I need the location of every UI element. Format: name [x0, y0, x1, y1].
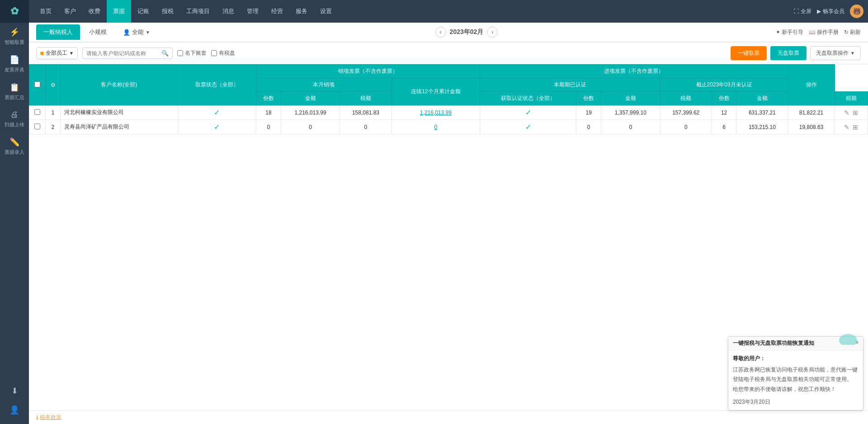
filter-buttons: 一键取票 无盘取票 无盘取票操作 ▼	[731, 46, 861, 60]
nav-management[interactable]: 管理	[241, 0, 265, 23]
sidebar-item-invoice-open[interactable]: 📄 发票开具	[0, 50, 29, 78]
fullscreen-label: 全屏	[801, 8, 811, 15]
app-logo: ✿	[0, 0, 29, 23]
th-consecutive-12: 连续12个月累计金额	[392, 78, 480, 105]
current-month: 2023年02月	[450, 28, 484, 36]
employee-select[interactable]: 全部员工 ▼	[36, 47, 78, 59]
has-tax-checkbox[interactable]: 有税盘	[211, 49, 235, 57]
sidebar-item-label: 发票开具	[5, 67, 24, 73]
check-circle-icon: ✓	[214, 123, 220, 131]
th-uncert-count: 份数	[712, 92, 736, 105]
notice-content: 江苏政务网已恢复访问电子税务局功能，意代账一键登陆电子税务局与无盘取票相关功能可…	[733, 365, 859, 395]
th-cert-tax: 税额	[660, 92, 712, 105]
row1-actions: ✎ ⊞	[835, 105, 868, 120]
view-icon[interactable]: ⊞	[853, 109, 858, 116]
has-tax-input[interactable]	[211, 50, 217, 56]
edit-icon[interactable]: ✎	[844, 124, 849, 131]
new-guide-label: 新手引导	[782, 29, 803, 36]
nav-tax[interactable]: 报税	[156, 0, 180, 23]
download-icon: ⬇	[11, 386, 18, 396]
row2-consecutive-link: 0	[434, 124, 438, 130]
nav-billing[interactable]: 收费	[82, 0, 107, 23]
th-this-month-sales: 本月销项	[256, 78, 392, 92]
row2-client[interactable]: 灵寿县尚泽矿产品有限公司	[61, 120, 178, 134]
notice-date: 2023年3月20日	[733, 397, 859, 406]
no-disk-fetch-button[interactable]: 无盘取票	[770, 46, 807, 60]
guide-icon: ✦	[776, 29, 780, 35]
next-month-button[interactable]: ›	[487, 27, 498, 38]
view-icon[interactable]: ⊞	[853, 124, 858, 131]
sidebar-item-invoice-summary[interactable]: 📋 票据汇总	[0, 78, 29, 105]
new-guide-btn[interactable]: ✦ 新手引导	[776, 29, 803, 36]
fullscreen-btn[interactable]: ⛶ 全屏	[793, 8, 811, 15]
th-sales-tax: 税额	[340, 92, 392, 105]
th-uncert-amount: 金额	[736, 92, 788, 105]
sidebar-item-scan-upload[interactable]: 🖨 扫描上传	[0, 105, 29, 133]
nav-operation[interactable]: 经营	[265, 0, 289, 23]
chevron-down-icon: ▼	[146, 30, 150, 35]
account-down-checkbox[interactable]: 名下账套	[177, 49, 207, 57]
manual-icon: 📖	[809, 29, 816, 35]
dropdown-arrow-icon: ▼	[850, 51, 855, 56]
avatar[interactable]: 🐻	[850, 5, 863, 18]
invoice-summary-icon: 📋	[9, 82, 19, 92]
refresh-btn[interactable]: ↻ 刷新	[844, 29, 861, 36]
sidebar-item-smart-fetch[interactable]: ⚡ 智能取票	[0, 23, 29, 50]
search-box[interactable]: 🔍	[82, 48, 173, 59]
th-cert-amount: 金额	[601, 92, 660, 105]
invoice-open-icon: 📄	[9, 55, 19, 65]
chevron-right-icon: ›	[491, 29, 493, 35]
vip-btn[interactable]: ▶ 畅享会员	[817, 8, 844, 15]
row1-client[interactable]: 河北柯橡橡实业有限公司	[61, 105, 178, 120]
row1-consecutive[interactable]: 1,216,013.99	[392, 105, 480, 120]
sidebar-item-data-entry[interactable]: ✏️ 票据录入	[0, 133, 29, 160]
tab-label-general: 一般纳税人	[43, 28, 73, 36]
cert-status-col-header: 获取认证状态（全部）	[482, 95, 574, 102]
nav-service[interactable]: 服务	[289, 0, 314, 23]
sidebar-item-user[interactable]: 👤	[0, 400, 29, 419]
no-disk-ops-label: 无盘取票操作	[816, 49, 849, 57]
row2-cert-count: 0	[576, 120, 601, 134]
row1-checkbox[interactable]	[34, 109, 40, 115]
nav-bookkeeping[interactable]: 记账	[131, 0, 156, 23]
row2-amount: 0	[281, 120, 340, 134]
prev-month-button[interactable]: ‹	[435, 27, 446, 38]
notice-decor	[837, 331, 859, 345]
row2-consecutive[interactable]: 0	[392, 120, 480, 134]
sidebar-item-download[interactable]: ⬇	[0, 381, 29, 400]
search-input[interactable]	[86, 50, 160, 57]
scan-upload-icon: 🖨	[10, 110, 19, 119]
tab-general[interactable]: 一般纳税人	[36, 24, 80, 40]
nav-settings[interactable]: 设置	[314, 0, 338, 23]
tab-label-all: 全能	[132, 28, 144, 36]
status-bar: ℹ 税务政策	[29, 410, 868, 424]
manual-btn[interactable]: 📖 操作手册	[809, 29, 839, 36]
row2-checkbox[interactable]	[34, 124, 40, 129]
sidebar-item-label: 智能取票	[5, 39, 24, 46]
account-down-input[interactable]	[177, 50, 183, 56]
th-client: 客户名称(全部)	[61, 65, 178, 105]
check-circle-icon: ✓	[214, 109, 220, 116]
select-all-checkbox[interactable]	[34, 81, 40, 87]
nav-client[interactable]: 客户	[58, 0, 82, 23]
nav-home[interactable]: 首页	[33, 0, 58, 23]
no-disk-ops-button[interactable]: 无盘取票操作 ▼	[810, 46, 861, 60]
tab-label-small: 小规模	[89, 28, 107, 36]
th-sales-amount: 金额	[281, 92, 340, 105]
nav-message[interactable]: 消息	[216, 0, 241, 23]
nav-invoice[interactable]: 票据	[107, 0, 131, 23]
tax-policy-link[interactable]: 税务政策	[40, 414, 61, 421]
nav-business[interactable]: 工商项目	[180, 0, 216, 23]
fetch-status-col-header: 取票状态（全部）	[180, 81, 255, 89]
row2-cert-amount: 0	[601, 120, 660, 134]
month-navigation: ‹ 2023年02月 ›	[435, 27, 498, 38]
tab-small[interactable]: 小规模	[82, 24, 114, 40]
edit-icon[interactable]: ✎	[844, 109, 849, 116]
manual-label: 操作手册	[817, 29, 839, 36]
user-icon: 👤	[9, 405, 19, 415]
tab-bar: 一般纳税人 小规模 👤 全能 ▼ ‹ 2023年02月 ›	[29, 23, 868, 43]
smart-fetch-icon: ⚡	[9, 27, 19, 37]
check-circle-icon: ✓	[525, 109, 531, 116]
one-key-fetch-button[interactable]: 一键取票	[731, 46, 767, 60]
tab-all[interactable]: 👤 全能 ▼	[116, 24, 157, 40]
